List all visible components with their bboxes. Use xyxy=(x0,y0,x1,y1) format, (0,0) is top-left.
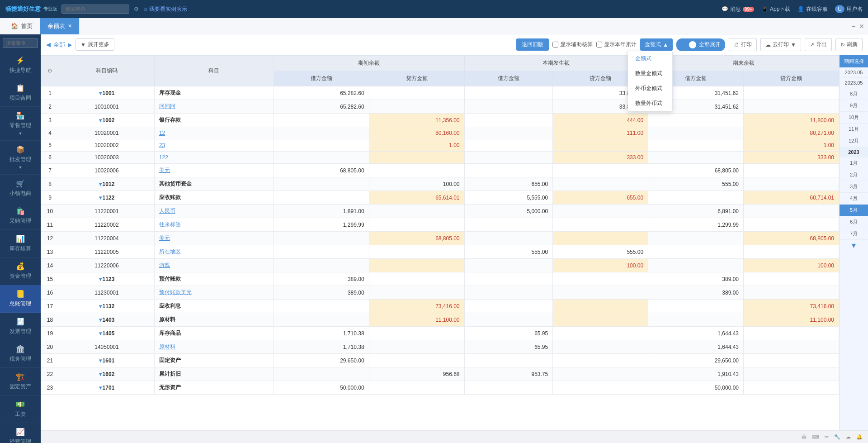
table-settings-icon[interactable]: ⚙ xyxy=(47,68,52,74)
show-auxiliary-checkbox[interactable]: 显示辅助核算 xyxy=(552,41,593,48)
date-item[interactable]: 2023 xyxy=(840,147,868,157)
cell-cb-credit: 100.00 xyxy=(744,259,839,272)
breadcrumb-forward-icon[interactable]: ▶ xyxy=(68,42,72,48)
status-icon-3[interactable]: ✏ xyxy=(825,434,829,440)
sidebar-item-quick-nav[interactable]: ⚡ 快捷导航 xyxy=(0,52,41,79)
date-item[interactable]: 10月 xyxy=(840,112,868,124)
message-action[interactable]: 💬 消息 99+ xyxy=(722,5,754,13)
account-link[interactable]: 122 xyxy=(159,154,168,161)
account-link[interactable]: 预付账款美元 xyxy=(159,289,192,295)
refresh-button[interactable]: ↻ 刷新 xyxy=(835,38,863,51)
status-icon-1[interactable]: 英 xyxy=(802,433,807,440)
amount-option-2[interactable]: 数量金额式 xyxy=(628,66,672,81)
tab-bar-right: − ✕ xyxy=(852,23,868,30)
cell-account-name[interactable]: 原材料 xyxy=(154,340,274,354)
cell-account-name[interactable]: 回回回 xyxy=(154,100,274,114)
cell-account-name[interactable]: 人民币 xyxy=(154,205,274,218)
cell-account-name[interactable]: 往来标签 xyxy=(154,218,274,232)
cell-account-name[interactable]: 美元 xyxy=(154,232,274,245)
date-panel-title[interactable]: 期间选择 xyxy=(840,55,868,67)
expand-more-button[interactable]: ▼ 展开更多 xyxy=(75,38,114,51)
sidebar-item-accounting[interactable]: 📒 总账管理 xyxy=(0,285,41,313)
account-link[interactable]: 所在地区 xyxy=(159,248,181,255)
account-link[interactable]: 美元 xyxy=(159,235,170,241)
status-icon-5[interactable]: ☁ xyxy=(846,434,851,440)
auxiliary-check[interactable] xyxy=(552,42,558,48)
amount-option-3[interactable]: 外币金额式 xyxy=(628,81,672,96)
date-item[interactable]: 8月 xyxy=(840,88,868,100)
tab-home[interactable]: 🏠 首页 xyxy=(4,18,40,34)
demo-link[interactable]: ⊙ 我要看实例演示 xyxy=(143,5,187,13)
tab-balance[interactable]: 余额表 ✕ xyxy=(40,18,80,34)
return-old-button[interactable]: 退回旧版 xyxy=(516,38,549,51)
date-item[interactable]: 4月 xyxy=(840,193,868,205)
date-item[interactable]: 6月 xyxy=(840,216,868,228)
account-link[interactable]: 人民币 xyxy=(159,208,175,214)
date-item[interactable]: 2023.05 xyxy=(840,78,868,88)
sidebar-item-tax[interactable]: 🏛️ 税务管理 xyxy=(0,340,41,368)
tab-close-icon[interactable]: ✕ xyxy=(68,23,72,29)
sidebar-search-input[interactable] xyxy=(3,38,38,48)
date-item[interactable]: 11月 xyxy=(840,124,868,135)
cell-account-name[interactable]: 23 xyxy=(154,139,274,152)
account-link[interactable]: 原材料 xyxy=(159,343,175,350)
export-button[interactable]: ↗ 导出 xyxy=(805,38,832,51)
download-action[interactable]: 📱 App下载 xyxy=(761,5,790,13)
status-icon-6[interactable]: 🔔 xyxy=(856,434,863,440)
home-icon: 🏠 xyxy=(11,23,18,29)
date-item[interactable]: 2月 xyxy=(840,169,868,181)
cell-account-name[interactable]: 所在地区 xyxy=(154,245,274,259)
capital-icon: 💰 xyxy=(16,262,25,271)
date-item[interactable]: 7月 xyxy=(840,228,868,240)
top-search-input[interactable] xyxy=(61,5,129,14)
sidebar-item-ecommerce[interactable]: 🛒 小畅电商 xyxy=(0,175,41,202)
sidebar-item-business[interactable]: 📈 经营管理 xyxy=(0,423,41,443)
date-item[interactable]: 9月 xyxy=(840,100,868,112)
service-action[interactable]: 👤 在线客服 xyxy=(797,5,828,13)
breadcrumb-back-icon[interactable]: ◀ xyxy=(46,41,51,48)
date-item[interactable]: 2023.05 xyxy=(840,67,868,78)
account-link[interactable]: 往来标签 xyxy=(159,221,181,228)
window-minimize-icon[interactable]: − xyxy=(852,23,855,30)
date-item[interactable]: 3月 xyxy=(840,181,868,193)
status-icon-2[interactable]: ⌨ xyxy=(812,434,819,440)
sidebar-item-inventory[interactable]: 📊 库存核算 xyxy=(0,230,41,257)
sidebar-item-wholesale[interactable]: 📦 批发管理 ▼ xyxy=(0,141,41,175)
sidebar-item-invoice[interactable]: 🧾 发票管理 xyxy=(0,313,41,340)
cell-account-name[interactable]: 12 xyxy=(154,127,274,139)
sidebar-item-payroll[interactable]: 💵 工资 xyxy=(0,395,41,423)
sidebar-item-project[interactable]: 📋 项目合同 xyxy=(0,79,41,107)
cell-account-name[interactable]: 美元 xyxy=(154,164,274,177)
account-link[interactable]: 12 xyxy=(159,130,165,136)
account-link[interactable]: 回回回 xyxy=(159,103,175,110)
account-link[interactable]: 游戏 xyxy=(159,262,170,268)
sidebar-item-capital[interactable]: 💰 资金管理 xyxy=(0,257,41,285)
print-button[interactable]: 🖨 打印 xyxy=(729,38,757,51)
window-close-icon[interactable]: ✕ xyxy=(859,23,864,30)
amount-style-button[interactable]: 金额式 ▲ xyxy=(640,38,673,51)
date-item[interactable]: 1月 xyxy=(840,157,868,169)
cell-account-name[interactable]: 游戏 xyxy=(154,259,274,272)
sidebar-item-purchase[interactable]: 🛍️ 采购管理 xyxy=(0,202,41,230)
sidebar-item-retail[interactable]: 🏪 零售管理 ▼ xyxy=(0,107,41,141)
account-link[interactable]: 美元 xyxy=(159,167,170,173)
status-icon-4[interactable]: 🔧 xyxy=(834,434,840,440)
sidebar-item-fixed[interactable]: 🏗️ 固定资产 xyxy=(0,368,41,395)
date-item[interactable]: 5月 xyxy=(840,205,868,216)
date-nav-down-icon[interactable]: ▼ xyxy=(850,242,858,250)
show-year-total-checkbox[interactable]: 显示本年累计 xyxy=(596,41,637,48)
amount-option-1[interactable]: 金额式 xyxy=(628,51,672,66)
cloud-print-button[interactable]: ☁ 云打印 ▼ xyxy=(760,38,801,51)
settings-icon[interactable]: ⚙ xyxy=(134,6,139,12)
toggle-switch[interactable] xyxy=(681,40,697,49)
year-total-check[interactable] xyxy=(596,42,602,48)
expand-all-toggle[interactable]: 全部展开 xyxy=(676,38,725,51)
cell-account-name[interactable]: 预付账款美元 xyxy=(154,286,274,300)
cell-account-code: 10020001 xyxy=(59,127,155,139)
date-item[interactable]: 12月 xyxy=(840,135,868,147)
amount-option-4[interactable]: 数量外币式 xyxy=(628,96,672,111)
cell-account-name[interactable]: 122 xyxy=(154,152,274,164)
user-action[interactable]: U 用户名 xyxy=(835,5,863,13)
account-link[interactable]: 23 xyxy=(159,142,165,148)
breadcrumb-all[interactable]: 全部 xyxy=(53,41,65,49)
